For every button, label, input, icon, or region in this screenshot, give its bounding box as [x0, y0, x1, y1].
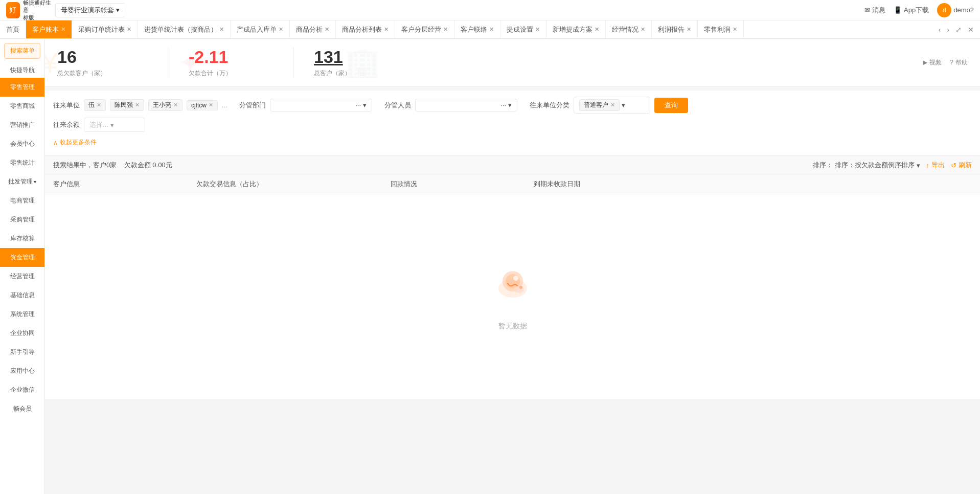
close-tab-commission-settings[interactable]: ✕: [535, 26, 540, 33]
remove-tag-category-1[interactable]: ✕: [610, 102, 615, 108]
col-customer-info: 客户信息: [53, 179, 196, 189]
search-menu-button[interactable]: 搜索菜单: [4, 43, 40, 59]
app-download-button[interactable]: 📱 App下载: [894, 6, 929, 15]
sort-select[interactable]: 排序： 排序：按欠款金额倒序排序 ▾: [813, 161, 920, 170]
export-button[interactable]: ↑ 导出: [926, 161, 945, 170]
table-body: 暂无数据: [45, 194, 980, 399]
video-help-button[interactable]: ▶ 视频: [923, 58, 942, 67]
tab-operations[interactable]: 经营情况 ✕: [606, 20, 652, 39]
chevron-down-icon: ▾: [116, 6, 120, 14]
filter-tag-unit-1: 伍 ✕: [84, 99, 106, 111]
tab-purchase-stats-by-product[interactable]: 进货单统计表（按商品） ✕: [138, 20, 231, 39]
store-selector[interactable]: 母婴行业演示帐套 ▾: [55, 3, 125, 17]
close-tab-product-analysis[interactable]: ✕: [325, 26, 329, 33]
sidebar-item-purchase[interactable]: 采购管理: [0, 210, 44, 229]
tab-customer-contact[interactable]: 客户联络 ✕: [454, 20, 500, 39]
close-tab-purchase-order-stats[interactable]: ✕: [127, 26, 131, 33]
tab-close-all-icon[interactable]: ✕: [966, 25, 976, 35]
tab-expand-icon[interactable]: ⤢: [953, 25, 964, 35]
chevron-down-icon: ▾: [34, 179, 36, 185]
stat-divider-1: [168, 47, 168, 78]
filter-more-tags[interactable]: ...: [222, 102, 227, 109]
remove-tag-unit-3[interactable]: ✕: [173, 102, 178, 108]
sidebar-item-finance[interactable]: 资金管理: [0, 248, 44, 267]
close-tab-customer-ledger[interactable]: ✕: [61, 26, 65, 33]
filter-dept-select[interactable]: ··· ▾: [270, 99, 372, 111]
close-tab-customer-tier[interactable]: ✕: [443, 26, 448, 33]
filter-balance-label: 往来余额: [53, 120, 80, 129]
close-tab-operations[interactable]: ✕: [641, 26, 645, 33]
tab-new-commission-plan[interactable]: 新增提成方案 ✕: [546, 20, 606, 39]
sidebar-item-enterprise-collab[interactable]: 企业协同: [0, 324, 44, 343]
sidebar-item-member-center[interactable]: 会员中心: [0, 134, 44, 153]
filter-area: 往来单位 伍 ✕ 陈民强 ✕ 王小亮 ✕ cjttcw ✕ ...: [45, 91, 980, 155]
chevron-down-icon-3: ▾: [622, 101, 625, 109]
stat-value-1: 16: [57, 47, 106, 67]
tab-next-icon[interactable]: ›: [945, 25, 951, 35]
sidebar-item-marketing[interactable]: 营销推广: [0, 116, 44, 134]
sidebar-item-ecommerce[interactable]: 电商管理: [0, 191, 44, 210]
sidebar-item-operations[interactable]: 经营管理: [0, 267, 44, 286]
sidebar-item-retail-stats[interactable]: 零售统计: [0, 153, 44, 172]
sidebar: 搜索菜单 快捷导航 零售管理 零售商城 营销推广 会员中心 零售统计 批发管理 …: [0, 39, 45, 494]
filter-person-select[interactable]: ··· ▾: [415, 99, 517, 111]
close-tab-profit-report[interactable]: ✕: [687, 26, 691, 33]
help-button[interactable]: ? 帮助: [950, 58, 968, 67]
filter-category-select[interactable]: 普通客户 ✕ ▾: [574, 97, 650, 114]
tab-profit-report[interactable]: 利润报告 ✕: [652, 20, 698, 39]
refresh-button[interactable]: ↺ 刷新: [951, 161, 972, 170]
message-button[interactable]: ✉ 消息: [864, 6, 885, 15]
user-menu[interactable]: d demo2: [937, 3, 974, 17]
nav-tabs: 首页 客户账本 ✕ 采购订单统计表 ✕ 进货单统计表（按商品） ✕ 产成品入库单…: [0, 20, 980, 39]
sidebar-item-enterprise-wechat[interactable]: 企业微信: [0, 380, 44, 399]
close-tab-product-inbound[interactable]: ✕: [279, 26, 283, 33]
top-bar-left: 好 畅捷通好生意 标版 母婴行业演示帐套 ▾: [6, 0, 125, 21]
help-icon: ?: [950, 59, 953, 66]
close-tab-new-commission-plan[interactable]: ✕: [595, 26, 599, 33]
tab-actions: ‹ › ⤢ ✕: [932, 25, 980, 35]
close-tab-retail-profit[interactable]: ✕: [733, 26, 737, 33]
query-button[interactable]: 查询: [654, 98, 688, 113]
tab-prev-icon[interactable]: ‹: [937, 25, 943, 35]
data-table: 客户信息 欠款交易信息（占比） 回款情况 到期未收款日期: [45, 174, 980, 399]
filter-row-1: 往来单位 伍 ✕ 陈民强 ✕ 王小亮 ✕ cjttcw ✕ ...: [53, 97, 972, 114]
tab-product-analysis-list[interactable]: 商品分析列表 ✕: [336, 20, 395, 39]
tab-commission-settings[interactable]: 提成设置 ✕: [500, 20, 546, 39]
export-icon: ↑: [926, 162, 930, 169]
sidebar-item-basic-info[interactable]: 基础信息: [0, 286, 44, 305]
filter-tag-unit-4: cjttcw ✕: [187, 100, 218, 110]
tab-product-inbound[interactable]: 产成品入库单 ✕: [231, 20, 290, 39]
sidebar-item-system[interactable]: 系统管理: [0, 305, 44, 324]
tab-home[interactable]: 首页: [0, 20, 26, 39]
filter-tag-unit-2: 陈民强 ✕: [110, 99, 144, 111]
sidebar-item-retail-management[interactable]: 零售管理: [0, 78, 44, 97]
tab-customer-ledger[interactable]: 客户账本 ✕: [26, 20, 72, 39]
chevron-down-icon: ▾: [363, 101, 367, 109]
tab-purchase-order-stats[interactable]: 采购订单统计表 ✕: [72, 20, 138, 39]
logo-area: 好 畅捷通好生意 标版: [6, 0, 51, 21]
sidebar-item-retail-mall[interactable]: 零售商城: [0, 97, 44, 116]
col-due-date: 到期未收款日期: [534, 179, 972, 189]
results-actions: 排序： 排序：按欠款金额倒序排序 ▾ ↑ 导出 ↺ 刷新: [813, 161, 972, 170]
stat-divider-2: [293, 47, 293, 78]
tab-product-analysis[interactable]: 商品分析 ✕: [290, 20, 336, 39]
filter-balance-select[interactable]: 选择... ▾: [84, 118, 145, 132]
remove-tag-unit-1[interactable]: ✕: [97, 102, 101, 108]
sidebar-item-member-club[interactable]: 畅会员: [0, 399, 44, 418]
close-tab-product-analysis-list[interactable]: ✕: [384, 26, 389, 33]
chevron-up-icon: ∧: [53, 139, 58, 146]
sidebar-item-new-user-guide[interactable]: 新手引导: [0, 343, 44, 362]
close-tab-customer-contact[interactable]: ✕: [489, 26, 494, 33]
tab-retail-profit[interactable]: 零售利润 ✕: [698, 20, 744, 39]
remove-tag-unit-2[interactable]: ✕: [135, 102, 140, 108]
sidebar-item-wholesale[interactable]: 批发管理 ▾: [0, 172, 44, 191]
collapse-button[interactable]: ∧ 收起更多条件: [53, 136, 972, 149]
refresh-icon: ↺: [951, 162, 956, 169]
tab-customer-tier[interactable]: 客户分层经营 ✕: [395, 20, 454, 39]
close-tab-purchase-stats-by-product[interactable]: ✕: [219, 26, 224, 33]
quick-nav-button[interactable]: 快捷导航: [0, 63, 44, 78]
sidebar-item-app-center[interactable]: 应用中心: [0, 362, 44, 380]
top-bar-right: ✉ 消息 📱 App下载 d demo2: [864, 3, 974, 17]
sidebar-item-inventory[interactable]: 库存核算: [0, 229, 44, 248]
remove-tag-unit-4[interactable]: ✕: [209, 102, 213, 108]
